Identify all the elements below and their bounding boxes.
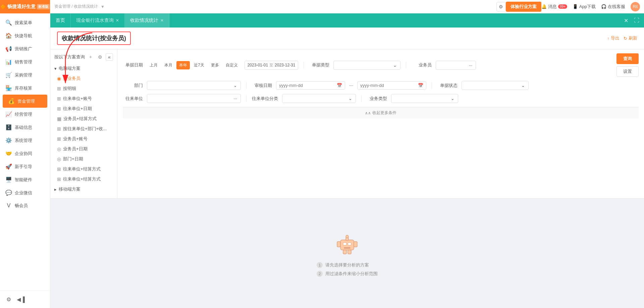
collapse-panel-btn[interactable]: «: [106, 53, 113, 61]
tab-bar: 首页 现金银行流水查询 ✕ 收款情况统计 ✕ ✕ ⛶: [50, 13, 644, 28]
scheme-item-counterpart-dept[interactable]: ⊞ 按往来单位+部门+收...: [53, 124, 117, 134]
counterpart-class-select[interactable]: ⌄: [282, 94, 356, 103]
date-tab-this-year[interactable]: 本年: [176, 61, 190, 69]
sidebar-item-hardware[interactable]: 🖥️ 智能硬件: [0, 173, 50, 186]
sidebar-item-finance[interactable]: 💰 资金管理: [3, 95, 47, 108]
tab-collection-stats[interactable]: 收款情况统计 ✕: [125, 13, 169, 28]
scheme-item-salesperson-acct[interactable]: ⊠ 业务员+账号: [53, 134, 117, 144]
page-area: 收款情况统计(按业务员) ↑ 导出 ↻ 刷新: [50, 28, 644, 308]
shortcut-icon: 🏠: [5, 33, 12, 39]
sidebar-item-purchase[interactable]: 🛒 采购管理: [0, 68, 50, 82]
scheme-item-detail[interactable]: ⊞ 按明细: [53, 84, 117, 94]
scheme-item-ca-label: 往来单位+账号: [63, 96, 92, 102]
department-select[interactable]: ⌄: [147, 81, 241, 90]
user-avatar[interactable]: Rit: [631, 2, 640, 11]
svg-rect-8: [354, 242, 357, 247]
calendar-icon2: 📅: [418, 83, 423, 88]
member-icon: V: [5, 203, 12, 209]
refresh-button[interactable]: ↻ 刷新: [624, 35, 637, 41]
salesperson-label: 业务员: [412, 62, 432, 68]
sidebar-item-marketing[interactable]: 📢 营销推广: [0, 42, 50, 55]
tip-number-1: 1: [317, 262, 323, 268]
sidebar-item-wechat[interactable]: 💬 企业微信: [0, 186, 50, 199]
chevron-icon: ▾: [54, 66, 57, 71]
sidebar-item-collab[interactable]: 🤝 企业协同: [0, 147, 50, 160]
sidebar-item-shortcut[interactable]: 🏠 快捷导航: [0, 29, 50, 42]
scheme-item-salesperson-date[interactable]: ◎ 业务员+日期: [53, 144, 117, 154]
warehouse-icon: 🏪: [5, 85, 12, 91]
sidebar: 🔶 畅捷通好生意 标准版 🔍 搜索菜单 🏠 快捷导航 📢 营销推广 📊 销售管理…: [0, 0, 50, 308]
collapse-more-btn[interactable]: ∧∧ 收起更多条件: [123, 107, 639, 118]
robot-illustration: [334, 230, 361, 257]
export-button[interactable]: ↑ 导出: [607, 35, 620, 41]
sidebar-item-finance-label: 资金管理: [17, 98, 35, 104]
date-tab-this-month[interactable]: 本月: [162, 61, 175, 69]
doc-status-select[interactable]: ⌄: [462, 81, 529, 90]
doc-type-select[interactable]: ⌄: [333, 61, 400, 70]
mobile-group[interactable]: ▸ 移动端方案: [50, 184, 117, 194]
filter-row-counterpart: 往来单位 ··· 往来单位分类 ⌄ 业务类型: [123, 94, 639, 103]
settings-gear-btn[interactable]: ⚙: [496, 2, 506, 11]
dd-icon: ◎: [57, 156, 61, 162]
page-header: 收款情况统计(按业务员) ↑ 导出 ↻ 刷新: [50, 28, 644, 49]
tab-bank-flow[interactable]: 现金银行流水查询 ✕: [71, 13, 125, 28]
date-input-area[interactable]: 2023-01-01 至 2023-12-31: [245, 61, 299, 70]
tab-collection-stats-close[interactable]: ✕: [160, 18, 164, 23]
tab-home[interactable]: 首页: [50, 13, 71, 28]
doc-type-label: 单据类型: [309, 62, 329, 68]
right-filter: 单据日期 上月 本月 本年 近7天 更多 自定义 2023-01-01 至: [117, 49, 644, 198]
date-filter-label: 单据日期: [123, 62, 143, 68]
scheme-item-sp-label: 业务员+结算方式: [63, 116, 97, 122]
review-date-from-field[interactable]: [279, 83, 335, 88]
settings-button[interactable]: 设置: [616, 66, 639, 77]
counterpart-select[interactable]: ···: [147, 94, 241, 103]
breadcrumb-area: 资金管理 / 收款情况统计 ▼: [54, 4, 496, 9]
svg-rect-4: [344, 247, 351, 249]
add-scheme-btn[interactable]: ＋: [87, 53, 94, 61]
review-date-to-field[interactable]: [360, 83, 417, 88]
settings-icon-btn[interactable]: ⚙: [4, 295, 13, 304]
scheme-item-dept-date[interactable]: ◎ 部门+日期: [53, 154, 117, 164]
messages-tool[interactable]: 🔔 消息 99+: [541, 4, 567, 10]
sidebar-item-operation[interactable]: 📈 经营管理: [0, 108, 50, 121]
sidebar-item-guide[interactable]: 🚀 新手引导: [0, 160, 50, 173]
online-service-tool[interactable]: 🎧 在线客服: [601, 4, 625, 10]
app-download-tool[interactable]: 📱 App下载: [573, 4, 596, 10]
review-date-from-input[interactable]: 📅: [276, 81, 345, 90]
sidebar-item-sales[interactable]: 📊 销售管理: [0, 55, 50, 68]
business-type-select[interactable]: ⌄: [391, 94, 458, 103]
purchase-icon: 🛒: [5, 72, 12, 78]
tab-bank-flow-close[interactable]: ✕: [116, 18, 119, 23]
empty-illustration: 1 请先选择要分析的方案 2 用过滤条件来缩小分析范围: [317, 230, 378, 277]
query-button[interactable]: 查询: [616, 53, 639, 64]
date-tab-custom[interactable]: 自定义: [223, 61, 240, 69]
close-all-tabs-btn[interactable]: ✕: [621, 16, 631, 25]
trial-button[interactable]: 体验行业方案: [506, 2, 541, 12]
collapse-icon: ∧∧: [365, 111, 371, 115]
tip-text-1: 请先选择要分析的方案: [325, 262, 369, 268]
scheme-item-sd-label: 业务员+日期: [63, 146, 88, 152]
date-tab-7days[interactable]: 近7天: [191, 61, 207, 69]
sidebar-item-warehouse[interactable]: 🏪 库存核算: [0, 82, 50, 95]
sidebar-item-system[interactable]: ⚙️ 系统管理: [0, 134, 50, 147]
maximize-btn[interactable]: ⛶: [632, 16, 641, 25]
scheme-item-counter-settle2[interactable]: ⊞ 往来单位+结算方式: [53, 174, 117, 184]
scheme-item-counterpart-date[interactable]: ⊞ 往来单位+日期: [53, 104, 117, 114]
scheme-item-counter-settle1[interactable]: ⊞ 往来单位+结算方式: [53, 164, 117, 174]
salesperson-select[interactable]: ···: [436, 61, 476, 70]
scheme-item-counterpart-account[interactable]: ⊞ 往来单位+账号: [53, 94, 117, 104]
detail-icon: ⊞: [57, 86, 61, 91]
review-date-to-input[interactable]: 📅: [357, 81, 426, 90]
collapse-sidebar-btn[interactable]: ◀▐: [16, 295, 25, 304]
sidebar-item-basic[interactable]: 🗄️ 基础信息: [0, 121, 50, 134]
scheme-item-salesperson[interactable]: ◉ 按业务员: [53, 73, 117, 84]
date-tab-last-month[interactable]: 上月: [147, 61, 160, 69]
sidebar-item-purchase-label: 采购管理: [15, 72, 32, 78]
scheme-item-salesperson-payment[interactable]: ▦ 业务员+结算方式: [53, 114, 117, 124]
desktop-group[interactable]: ▾ 电脑端方案: [50, 63, 117, 73]
manage-scheme-btn[interactable]: ⚙: [96, 53, 104, 61]
sidebar-item-member[interactable]: V 畅会员: [0, 199, 50, 212]
sidebar-item-search[interactable]: 🔍 搜索菜单: [0, 16, 50, 29]
left-panel-header: 按以下方案查询 ＋ ⚙ «: [50, 53, 117, 63]
date-tab-more[interactable]: 更多: [208, 61, 222, 69]
